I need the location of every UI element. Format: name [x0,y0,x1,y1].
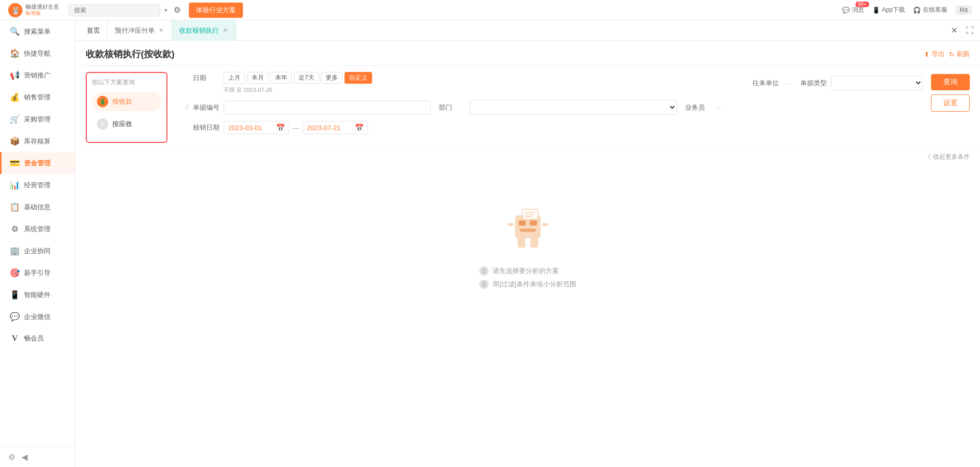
filter-action-buttons: 查询 设置 [931,72,970,143]
tip-text-2: 用[过滤]条件来缩小分析范围 [493,280,576,289]
sidebar-item-smart-hardware[interactable]: 📱 智能硬件 [0,284,75,306]
counterparty-dots: ··· [783,79,792,87]
chevron-left-icon: 《 [182,103,189,112]
bill-type-select[interactable] [831,76,923,90]
sidebar-item-operation[interactable]: 📊 经营管理 [0,174,75,196]
sidebar-item-enterprise-collab[interactable]: 🏢 企业协同 [0,240,75,262]
sidebar-item-marketing[interactable]: 📢 营销推广 [0,64,75,86]
bill-no-input[interactable] [224,101,431,114]
sidebar-item-vip[interactable]: V 畅会员 [0,328,75,349]
salesperson-dots: ··· [716,104,725,112]
date-quick-buttons: 上月 本月 本年 近7天 更多 自定义 [224,72,372,84]
writeoff-date-start-input[interactable] [228,124,274,132]
sidebar-settings-icon[interactable]: ⚙ [8,452,15,462]
search-chevron-icon[interactable]: ▾ [164,7,167,14]
writeoff-date-label: 核销日期 [193,123,219,132]
export-button[interactable]: ⬆ 导出 [924,50,945,59]
department-select[interactable] [470,100,677,115]
date-custom-button[interactable]: 自定义 [345,72,372,84]
sidebar-item-purchase[interactable]: 🛒 采购管理 [0,108,75,130]
filter-option-by-receivable[interactable]: ⏱ 按应收 [92,114,161,134]
sidebar-item-wechat[interactable]: 💬 企业微信 [0,306,75,328]
settings-gear-icon[interactable]: ⚙ [174,5,181,15]
collapse-more-label: 收起更多条件 [933,153,970,161]
sidebar-item-finance[interactable]: 💳 资金管理 [0,152,75,174]
message-icon: 💬 [842,7,850,14]
sidebar-item-inventory[interactable]: 📦 库存核算 [0,130,75,152]
svg-rect-7 [530,238,538,248]
filter-bill-no-field: 单据编号 [193,101,431,114]
sidebar-label-enterprise-collab: 企业协同 [24,247,51,256]
date-this-month-button[interactable]: 本月 [247,72,268,84]
date-last-month-button[interactable]: 上月 [224,72,245,84]
collapse-more-button[interactable]: 《 收起更多条件 [925,153,970,161]
sidebar-label-finance: 资金管理 [24,159,51,168]
writeoff-date-end-input[interactable] [307,124,353,132]
sidebar-item-beginner[interactable]: 🎯 新手引导 [0,262,75,284]
logo-icon: 🐰 [8,3,22,17]
sidebar-label-search: 搜索菜单 [24,27,51,36]
filter-date-field: 日期 上月 本月 本年 近7天 更多 自定义 [193,72,372,94]
query-button[interactable]: 查询 [931,74,970,90]
filter-collapse-arrow[interactable]: 《 [178,72,193,143]
date-this-year-button[interactable]: 本年 [271,72,292,84]
message-button[interactable]: 💬 消息 99+ [842,6,864,14]
date-last-7days-button[interactable]: 近7天 [294,72,319,84]
sidebar-item-quick-nav[interactable]: 🏠 快捷导航 [0,42,75,64]
sidebar-label-operation: 经营管理 [24,181,51,190]
headset-icon: 🎧 [913,7,921,14]
inventory-icon: 📦 [10,136,20,146]
date-hint: 不限 至 2023-07-26 [224,87,272,93]
tab-writeoff[interactable]: 收款核销执行 ✕ [172,20,236,41]
tab-writeoff-close-icon[interactable]: ✕ [222,26,229,35]
basic-info-icon: 📋 [10,202,20,212]
sidebar-label-basic-info: 基础信息 [24,203,51,212]
date-more-button[interactable]: 更多 [321,72,342,84]
date-range-dash: — [292,124,299,132]
tab-close-all-button[interactable]: ✕ [949,23,960,37]
industry-solution-button[interactable]: 体验行业方案 [189,3,243,18]
sidebar-label-sales: 销售管理 [24,93,51,102]
main-layout: 🔍 搜索菜单 🏠 快捷导航 📢 营销推广 💰 销售管理 🛒 采购管理 📦 库存核… [0,20,980,467]
sidebar-item-basic-info[interactable]: 📋 基础信息 [0,196,75,218]
filter-writeoff-date-field: 核销日期 📅 — 📅 [193,121,923,134]
calendar-start-icon[interactable]: 📅 [276,124,285,132]
tip-number-1: 1 [479,266,488,276]
tab-prepay-close-icon[interactable]: ✕ [158,26,164,35]
top-search-input[interactable] [68,4,160,16]
svg-rect-3 [520,229,536,232]
page-content: 收款核销执行(按收款) ⬆ 导出 ↻ 刷新 [76,41,980,467]
collapse-more-row: 《 收起更多条件 [76,149,980,164]
filter-option-by-receivable-label: 按应收 [112,119,132,129]
smart-hardware-icon: 📱 [10,290,20,300]
export-icon: ⬆ [924,51,929,58]
sidebar-item-search[interactable]: 🔍 搜索菜单 [0,20,75,42]
calendar-end-icon[interactable]: 📅 [355,124,363,132]
sidebar-label-quick-nav: 快捷导航 [24,49,51,58]
sidebar-collapse-icon[interactable]: ◀ [21,452,28,462]
purchase-icon: 🛒 [10,114,20,124]
top-bar-right: 💬 消息 99+ 📱 App下载 🎧 在线客服 Rit [842,5,972,15]
sidebar-bottom: ⚙ ◀ [0,447,75,467]
refresh-button[interactable]: ↻ 刷新 [949,50,970,59]
sidebar-item-system[interactable]: ⚙ 系统管理 [0,218,75,240]
tab-prepay[interactable]: 预付冲应付单 ✕ [108,20,172,41]
home-icon: 🏠 [10,48,20,58]
export-label: 导出 [932,50,945,59]
settings-button[interactable]: 设置 [931,94,970,112]
beginner-icon: 🎯 [10,268,20,278]
sidebar-item-sales[interactable]: 💰 销售管理 [0,86,75,108]
user-name-display: Rit [955,5,972,15]
empty-tips: 1 请先选择要分析的方案 2 用[过滤]条件来缩小分析范围 [479,266,576,289]
tab-expand-button[interactable]: ⛶ [964,24,976,37]
finance-icon: 💳 [10,158,20,168]
system-icon: ⚙ [10,224,20,234]
filter-option-by-receipt[interactable]: 💲 按收款 [92,92,161,111]
tab-home[interactable]: 首页 [80,20,108,41]
online-service-button[interactable]: 🎧 在线客服 [913,6,947,14]
filter-sidebar-panel: 按以下方案查询 💲 按收款 ⏱ 按应收 [86,72,167,143]
app-download-button[interactable]: 📱 App下载 [872,6,905,14]
refresh-label: 刷新 [957,50,970,59]
page-header-actions: ⬆ 导出 ↻ 刷新 [924,50,970,59]
filter-row-2: 单据编号 部门 业务员 ··· [193,100,923,115]
